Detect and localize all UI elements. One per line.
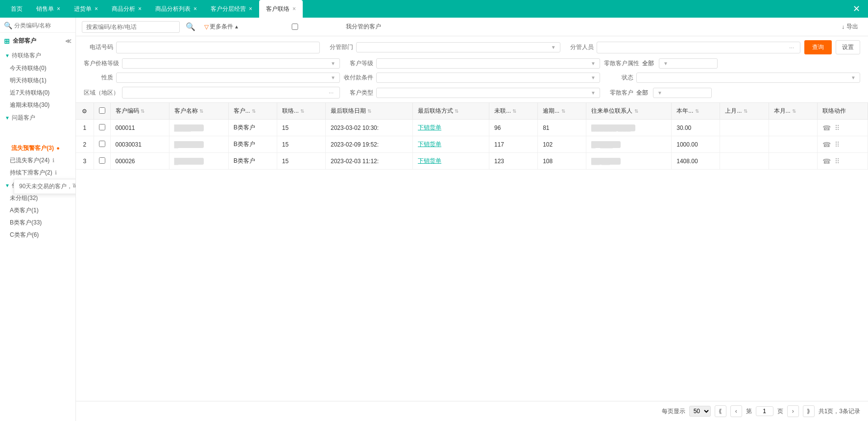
price-level-select[interactable]: ▼: [122, 58, 340, 69]
tab-customer-contact[interactable]: 客户联络 ×: [259, 0, 303, 18]
contact-way-link-1[interactable]: 下销货单: [418, 124, 441, 131]
query-button[interactable]: 查询: [804, 40, 832, 54]
th-overdue[interactable]: 逾期... ⇅: [538, 103, 586, 120]
th-checkbox[interactable]: [94, 103, 110, 120]
filter-search-button[interactable]: 🔍: [184, 21, 197, 32]
sidebar-item-loss-warning[interactable]: 流失预警客户(3) ●: [0, 142, 75, 154]
sort-unit-icon[interactable]: ⇅: [634, 108, 638, 114]
sidebar-item-lost[interactable]: 已流失客户(24) ℹ: [0, 154, 75, 167]
nature-select[interactable]: ▼: [116, 73, 340, 83]
status-select[interactable]: ▼: [636, 73, 860, 83]
th-this-month[interactable]: 本月... ⇅: [769, 103, 817, 120]
th-settings[interactable]: ⚙: [76, 103, 94, 120]
th-this-year[interactable]: 本年... ⇅: [672, 103, 720, 120]
sidebar-item-overdue[interactable]: 逾期未联络(30): [0, 99, 75, 111]
dept-select[interactable]: ▼: [356, 42, 560, 52]
zero-customer-select[interactable]: ▼: [653, 88, 712, 98]
first-page-btn[interactable]: ⟪: [715, 405, 726, 417]
sort-no-contact-icon[interactable]: ⇅: [512, 108, 516, 114]
tab-customer-tier-close[interactable]: ×: [249, 5, 252, 12]
sidebar-item-class-c[interactable]: C类客户(6): [0, 229, 75, 241]
search-input[interactable]: [82, 21, 180, 33]
tab-analysis-list-close[interactable]: ×: [193, 5, 197, 12]
sort-type-icon[interactable]: ⇅: [252, 108, 256, 114]
sidebar-item-class-b[interactable]: B类客户(33): [0, 217, 75, 229]
sidebar-search-input[interactable]: [14, 22, 76, 29]
sidebar-item-today[interactable]: 今天待联络(0): [0, 62, 75, 74]
prev-page-btn[interactable]: ‹: [730, 405, 742, 417]
th-last-date[interactable]: 最后联络日期 ⇅: [326, 103, 413, 120]
customer-type-select[interactable]: ▼: [376, 88, 600, 98]
sort-year-icon[interactable]: ⇅: [695, 108, 699, 114]
my-customers-check[interactable]: [246, 24, 344, 30]
last-page-btn[interactable]: ⟫: [803, 405, 815, 417]
td-way-3[interactable]: 下销货单: [413, 153, 489, 170]
th-last-month[interactable]: 上月... ⇅: [720, 103, 769, 120]
zero-attr-select[interactable]: ▼: [659, 58, 718, 69]
contact-way-link-3[interactable]: 下销货单: [418, 157, 441, 164]
next-page-btn[interactable]: ›: [787, 405, 799, 417]
person-select[interactable]: ···: [597, 42, 800, 53]
export-btn[interactable]: ↓ 导出: [838, 21, 862, 33]
th-no-contact[interactable]: 未联... ⇅: [489, 103, 537, 120]
sidebar-item-tomorrow[interactable]: 明天待联络(1): [0, 74, 75, 87]
row3-checkbox[interactable]: [99, 157, 105, 164]
sort-name-icon[interactable]: ⇅: [199, 108, 203, 114]
region-select[interactable]: ···: [122, 87, 340, 99]
sort-contact-icon[interactable]: ⇅: [300, 108, 304, 114]
collapse-icon[interactable]: ≪: [65, 38, 72, 45]
row2-checkbox[interactable]: [99, 141, 105, 147]
tab-purchase-close[interactable]: ×: [95, 5, 98, 12]
th-contact[interactable]: 联络... ⇅: [277, 103, 325, 120]
th-type[interactable]: 客户... ⇅: [228, 103, 277, 120]
sidebar-item-class-a[interactable]: A类客户(1): [0, 204, 75, 217]
td-check-1[interactable]: [94, 120, 110, 136]
sort-way-icon[interactable]: ⇅: [455, 108, 458, 114]
sort-date-icon[interactable]: ⇅: [367, 108, 371, 114]
row1-checkbox[interactable]: [99, 124, 105, 130]
contact-way-link-2[interactable]: 下销货单: [418, 141, 441, 148]
action-more-icon-1[interactable]: ⠿: [835, 124, 840, 132]
payment-select[interactable]: ▼: [376, 73, 600, 83]
sidebar-item-declining[interactable]: 持续下滑客户(2) ℹ: [0, 167, 75, 179]
action-phone-icon-1[interactable]: ☎: [822, 124, 831, 132]
action-more-icon-2[interactable]: ⠿: [835, 141, 840, 149]
td-check-3[interactable]: [94, 153, 110, 170]
tab-analysis-close[interactable]: ×: [138, 5, 142, 12]
th-unit-contact[interactable]: 往来单位联系人 ⇅: [586, 103, 672, 120]
sort-overdue-icon[interactable]: ⇅: [561, 108, 565, 114]
region-more-icon[interactable]: ···: [327, 89, 336, 96]
sort-code-icon[interactable]: ⇅: [141, 108, 145, 114]
my-customers-checkbox[interactable]: 我分管的客户: [246, 23, 381, 31]
sidebar-all-customers[interactable]: ⊞ 全部客户 ≪: [0, 33, 75, 49]
sort-this-month-icon[interactable]: ⇅: [792, 108, 796, 114]
sort-last-month-icon[interactable]: ⇅: [744, 108, 747, 114]
tab-analysis[interactable]: 商品分析 ×: [105, 0, 148, 18]
tab-customer-tier[interactable]: 客户分层经营 ×: [204, 0, 259, 18]
action-more-icon-3[interactable]: ⠿: [835, 157, 840, 165]
tab-analysis-list[interactable]: 商品分析列表 ×: [148, 0, 204, 18]
per-page-select[interactable]: 50: [689, 406, 711, 417]
th-code[interactable]: 客户编码 ⇅: [110, 103, 169, 120]
sidebar-item-7days[interactable]: 近7天待联络(0): [0, 87, 75, 99]
th-last-way[interactable]: 最后联络方式 ⇅: [413, 103, 489, 120]
sidebar-group-pending-title[interactable]: ▼ 待联络客户: [0, 49, 75, 62]
td-check-2[interactable]: [94, 136, 110, 153]
action-phone-icon-3[interactable]: ☎: [822, 157, 831, 165]
select-all-checkbox[interactable]: [99, 107, 105, 114]
tab-customer-contact-close[interactable]: ×: [292, 5, 296, 12]
td-way-1[interactable]: 下销货单: [413, 120, 489, 136]
tab-home[interactable]: 首页: [4, 0, 29, 18]
tab-sales[interactable]: 销售单 ×: [29, 0, 67, 18]
td-way-2[interactable]: 下销货单: [413, 136, 489, 153]
sidebar-search-icon[interactable]: 🔍: [4, 22, 12, 29]
tab-purchase[interactable]: 进货单 ×: [67, 0, 105, 18]
th-name[interactable]: 客户名称 ⇅: [169, 103, 228, 120]
action-phone-icon-2[interactable]: ☎: [822, 141, 831, 149]
settings-button[interactable]: 设置: [836, 40, 860, 54]
phone-input[interactable]: [116, 42, 320, 53]
page-number-input[interactable]: [756, 406, 773, 416]
more-conditions-btn[interactable]: ▽ 更多条件 ▲: [201, 21, 242, 33]
sidebar-group-problem-title[interactable]: ▼ 问题客户: [0, 111, 75, 124]
window-close-btn[interactable]: ✕: [849, 3, 864, 14]
